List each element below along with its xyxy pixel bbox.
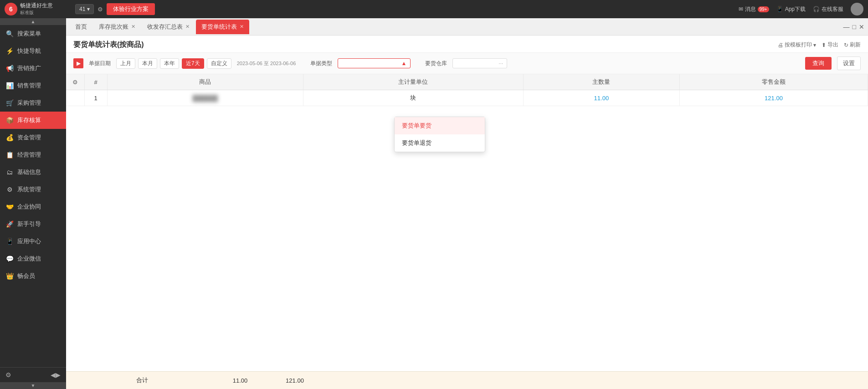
tab-home[interactable]: 首页 [70,20,92,34]
content-area: 首页 库存批次账 ✕ 收发存汇总表 ✕ 要货单统计表 ✕ — □ ✕ [66,18,868,389]
sidebar-label-purchase: 采购管理 [17,99,41,107]
dropdown-item-order-return[interactable]: 要货单退货 [395,134,485,152]
date-btn-last-month[interactable]: 上月 [116,58,135,69]
sidebar-item-wechat[interactable]: 💬 企业微信 [0,250,66,267]
page-title-bar: 要货单统计表(按商品) 🖨 按模板打印 ▾ ⬆ 导出 ↻ 刷新 [66,36,868,52]
tab-order-summary-label: 要货单统计表 [201,23,237,31]
tab-collect-summary[interactable]: 收发存汇总表 ✕ [142,20,195,34]
export-icon: ⬆ [822,42,826,48]
sidebar-scroll-down[interactable]: ▼ [0,382,66,389]
amount-link[interactable]: 121.00 [765,95,783,102]
message-item[interactable]: ✉ 消息 99+ [739,5,769,13]
download-icon: 📱 [776,6,783,12]
type-filter-select[interactable]: ▲ [338,58,411,68]
query-button[interactable]: 查询 [805,57,832,70]
member-icon: 👑 [5,272,14,280]
search-icon: 🔍 [5,30,14,38]
message-label: 消息 [745,5,756,13]
appstore-icon: 📱 [5,237,14,246]
tab-order-summary-close[interactable]: ✕ [240,24,244,30]
tab-close-all-icon[interactable]: ✕ [859,23,864,31]
print-template-btn[interactable]: 🖨 按模板打印 ▾ [778,41,816,49]
td-num: 1 [84,90,107,106]
tab-minimize-icon[interactable]: — [843,23,850,31]
collapse-icon[interactable]: ◀▶ [51,371,61,379]
message-icon: ✉ [739,6,743,12]
sidebar: ▲ 🔍 搜索菜单 ⚡ 快捷导航 📢 营销推广 📊 销售管理 🛒 采购管理 📦 库… [0,18,66,389]
th-settings: ⚙ [66,74,84,90]
filter-toggle-btn[interactable]: ▶ [73,58,83,68]
sidebar-item-system[interactable]: ⚙ 系统管理 [0,181,66,198]
th-unit: 主计量单位 [303,74,524,90]
refresh-icon: ↻ [844,42,848,48]
sidebar-item-appstore[interactable]: 📱 应用中心 [0,233,66,250]
sidebar-label-finance: 资金管理 [17,133,41,142]
warehouse-more-icon: ··· [498,60,503,67]
sidebar-scroll-up[interactable]: ▲ [0,18,66,25]
settings-bottom-icon[interactable]: ⚙ [5,371,11,379]
message-badge: 99+ [758,6,769,12]
sidebar-item-inventory[interactable]: 📦 库存核算 [0,112,66,129]
print-icon: 🖨 [778,42,783,48]
tab-collect-summary-label: 收发存汇总表 [147,23,183,31]
type-filter-label: 单据类型 [310,60,332,67]
store-selector[interactable]: 41 ▾ [75,4,94,14]
warehouse-filter-label: 要货仓库 [425,60,447,67]
sidebar-label-inventory: 库存核算 [17,116,41,124]
sidebar-label-search: 搜索菜单 [17,30,41,38]
tab-maximize-icon[interactable]: □ [853,23,856,31]
sidebar-item-quick[interactable]: ⚡ 快捷导航 [0,42,66,60]
sidebar-item-operations[interactable]: 📋 经营管理 [0,146,66,164]
date-btn-this-year[interactable]: 本年 [160,58,179,69]
date-btn-custom[interactable]: 自定义 [207,58,231,69]
store-dropdown-arrow: ▾ [87,6,90,12]
avatar[interactable] [851,3,863,15]
app-edition: 标准版 [20,10,53,16]
sidebar-label-basic: 基础信息 [17,168,41,176]
online-service-item[interactable]: 🎧 在线客服 [813,5,843,13]
tab-inventory-batch[interactable]: 库存批次账 ✕ [93,20,141,34]
main-layout: ▲ 🔍 搜索菜单 ⚡ 快捷导航 📢 营销推广 📊 销售管理 🛒 采购管理 📦 库… [0,18,868,389]
sidebar-item-finance[interactable]: 💰 资金管理 [0,129,66,146]
refresh-label: 刷新 [850,41,861,49]
warehouse-filter-select[interactable]: ··· [452,58,507,68]
tab-home-label: 首页 [75,23,87,31]
sidebar-label-enterprise: 企业协同 [17,203,41,211]
export-btn[interactable]: ⬆ 导出 [822,41,838,49]
settings-gear-icon[interactable]: ⚙ [98,6,103,13]
date-btn-this-month[interactable]: 本月 [138,58,157,69]
td-product: ██████ [107,90,303,106]
sidebar-label-member: 畅会员 [17,272,35,280]
td-qty: 11.00 [523,90,679,106]
trial-button[interactable]: 体验行业方案 [107,3,155,15]
sidebar-item-marketing[interactable]: 📢 营销推广 [0,60,66,77]
tab-collect-summary-close[interactable]: ✕ [185,24,190,30]
tab-inventory-batch-label: 库存批次账 [99,23,128,31]
service-icon: 🎧 [813,6,820,12]
tab-inventory-batch-close[interactable]: ✕ [131,24,135,30]
date-btn-7days[interactable]: 近7天 [182,58,204,69]
th-num: # [84,74,107,90]
refresh-btn[interactable]: ↻ 刷新 [844,41,861,49]
title-actions: 🖨 按模板打印 ▾ ⬆ 导出 ↻ 刷新 [778,41,861,49]
sidebar-item-member[interactable]: 👑 畅会员 [0,267,66,285]
settings-button[interactable]: 设置 [837,56,861,70]
sidebar-item-sales[interactable]: 📊 销售管理 [0,77,66,94]
dropdown-item-order-goods[interactable]: 要货单要货 [395,117,485,134]
qty-link[interactable]: 11.00 [594,95,609,102]
service-label: 在线客服 [822,5,843,13]
sidebar-item-guide[interactable]: 🚀 新手引导 [0,215,66,233]
page-title: 要货单统计表(按商品) [73,40,144,50]
quick-icon: ⚡ [5,47,14,55]
table-row: 1 ██████ 块 11.00 121.00 [66,90,868,106]
tab-order-summary[interactable]: 要货单统计表 ✕ [196,20,249,34]
footer-label: 合计 [72,376,213,384]
app-download-item[interactable]: 📱 App下载 [776,5,806,13]
sidebar-item-purchase[interactable]: 🛒 采购管理 [0,94,66,112]
sidebar-item-basic[interactable]: 🗂 基础信息 [0,164,66,181]
column-settings-icon[interactable]: ⚙ [72,79,78,86]
sidebar-item-search[interactable]: 🔍 搜索菜单 [0,25,66,42]
sidebar-item-enterprise[interactable]: 🤝 企业协同 [0,198,66,215]
tab-actions: — □ ✕ [843,23,864,31]
system-icon: ⚙ [5,185,14,194]
